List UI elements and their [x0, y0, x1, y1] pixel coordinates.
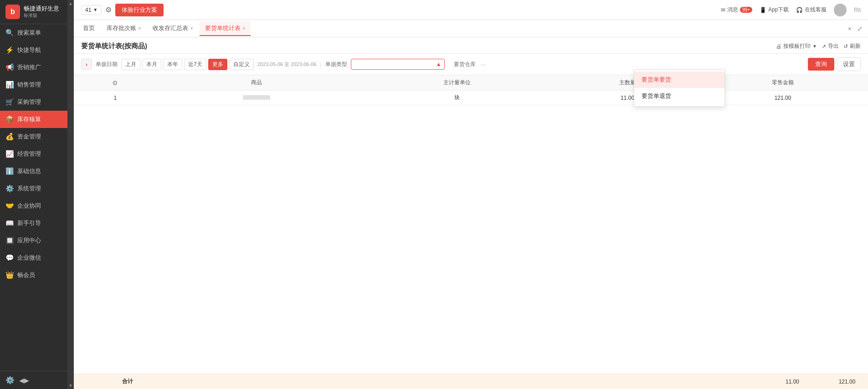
date-last-month-btn[interactable]: 上月: [121, 59, 140, 70]
tabs-bar: 首页 库存批次账 × 收发存汇总表 × 要货单统计表 × × ⤢: [74, 20, 868, 37]
sidebar-item-label: 系统管理: [17, 184, 41, 193]
inventory-icon: 📦: [5, 115, 14, 123]
scroll-up-arrow[interactable]: ▲: [68, 1, 73, 6]
tab-label: 库存批次账: [107, 24, 136, 32]
sales-icon: 📊: [5, 81, 14, 89]
message-button[interactable]: ✉ 消息 99+: [721, 6, 752, 14]
refresh-button[interactable]: ↺ 刷新: [843, 42, 861, 50]
user-avatar[interactable]: [834, 4, 847, 16]
date-this-year-btn[interactable]: 本年: [163, 59, 182, 70]
app-download-button[interactable]: 📱 App下载: [760, 6, 789, 14]
sidebar-item-finance[interactable]: 💰 资金管理: [0, 128, 67, 145]
row-unit: 块: [357, 91, 557, 105]
sidebar-item-system[interactable]: ⚙️ 系统管理: [0, 180, 67, 197]
sidebar-item-corp[interactable]: 🤝 企业协同: [0, 197, 67, 215]
row-index: 1: [74, 91, 156, 105]
chevron-down-icon: ▼: [93, 7, 98, 12]
export-button[interactable]: ↗ 导出: [822, 42, 839, 50]
tab-inventory-batch[interactable]: 库存批次账 ×: [101, 21, 146, 36]
topbar-right: ✉ 消息 99+ 📱 App下载 🎧 在线客服 Rit: [721, 4, 861, 16]
scroll-down-arrow[interactable]: ▼: [68, 383, 73, 388]
date-more-btn[interactable]: 更多: [208, 59, 227, 70]
sidebar-item-search[interactable]: 🔍 搜索菜单: [0, 24, 67, 41]
sidebar-item-guide[interactable]: 📖 新手引导: [0, 215, 67, 232]
sidebar-item-sales[interactable]: 📊 销售管理: [0, 76, 67, 93]
dropdown-item-order-return[interactable]: 要货单退货: [634, 88, 724, 104]
dropdown-item-label: 要货单要货: [642, 76, 671, 83]
date-this-month-btn[interactable]: 本月: [142, 59, 161, 70]
type-label: 单据类型: [325, 61, 347, 68]
online-service-button[interactable]: 🎧 在线客服: [796, 6, 827, 14]
type-filter-input[interactable]: [351, 59, 433, 69]
info-icon: ℹ️: [5, 167, 14, 175]
main-area: 41 ▼ ⚙ 体验行业方案 ✉ 消息 99+ 📱 App下载 🎧 在线客服 Ri…: [74, 0, 868, 389]
sidebar-item-purchase[interactable]: 🛒 采购管理: [0, 93, 67, 111]
date-filter-group: 上月 本月 本年 近7天 更多 自定义: [121, 59, 254, 70]
settings-footer-icon[interactable]: ⚙️: [5, 376, 15, 384]
sidebar-item-label: 营销推广: [17, 63, 41, 72]
sidebar-item-info[interactable]: ℹ️ 基础信息: [0, 163, 67, 180]
tab-close-icon[interactable]: ×: [190, 26, 193, 31]
sidebar-item-management[interactable]: 📈 经营管理: [0, 145, 67, 163]
trial-button[interactable]: 体验行业方案: [115, 4, 164, 16]
tabs-close-all-button[interactable]: ×: [846, 23, 853, 34]
dropdown-item-label: 要货单退货: [642, 92, 671, 99]
sidebar-item-inventory[interactable]: 📦 库存核算: [0, 111, 67, 128]
print-icon: 🖨: [776, 43, 781, 50]
wechat-icon: 💬: [5, 254, 14, 262]
sidebar-item-marketing[interactable]: 📢 营销推广: [0, 59, 67, 76]
tab-label: 收发存汇总表: [153, 24, 188, 32]
sidebar-scrollbar[interactable]: ▲ ▼: [67, 0, 74, 389]
management-icon: 📈: [5, 150, 14, 158]
tab-label: 首页: [83, 24, 95, 32]
system-icon: ⚙️: [5, 184, 14, 193]
sidebar-item-wechat[interactable]: 💬 企业微信: [0, 249, 67, 266]
type-dropdown-menu: 要货单要货 要货单退货: [634, 69, 725, 107]
query-button[interactable]: 查询: [808, 58, 834, 71]
th-product: 商品: [156, 75, 357, 91]
print-button[interactable]: 🖨 按模板打印 ▼: [776, 42, 817, 50]
date-range-text: 2023-05-06 至 2023-06-06: [257, 61, 317, 68]
date-custom-btn[interactable]: 自定义: [229, 59, 254, 70]
branch-name: 41: [85, 7, 91, 13]
tab-order-stats[interactable]: 要货单统计表 ×: [200, 21, 251, 36]
topbar-settings-icon[interactable]: ⚙: [105, 5, 112, 14]
warehouse-dots[interactable]: ···: [481, 61, 486, 68]
sidebar-item-label: 销售管理: [17, 81, 41, 89]
collapse-icon[interactable]: ◀▶: [19, 377, 29, 384]
apps-icon: 🔲: [5, 236, 14, 245]
refresh-icon: ↺: [843, 43, 848, 50]
dropdown-item-order-delivery[interactable]: 要货单要货: [634, 72, 724, 88]
type-filter-arrow[interactable]: ▲: [433, 61, 444, 67]
set-button[interactable]: 设置: [837, 57, 861, 71]
sidebar-item-label: 应用中心: [17, 236, 41, 245]
table-row: 1 块 11.00 121.00: [74, 91, 868, 105]
sidebar-item-label: 畅会员: [17, 271, 35, 279]
sidebar-item-quicknav[interactable]: ⚡ 快捷导航: [0, 41, 67, 59]
page-header: 要货单统计表(按商品) 🖨 按模板打印 ▼ ↗ 导出 ↺ 刷新: [74, 37, 868, 54]
tab-receive-summary[interactable]: 收发存汇总表 ×: [147, 21, 198, 36]
tab-close-icon[interactable]: ×: [138, 26, 141, 31]
filter-expand-button[interactable]: ›: [81, 59, 92, 70]
sidebar-item-label: 新手引导: [17, 219, 41, 227]
sidebar-nav: 🔍 搜索菜单 ⚡ 快捷导航 📢 营销推广 📊 销售管理 🛒 采购管理 📦 库存核…: [0, 24, 67, 371]
sidebar-item-label: 企业协同: [17, 202, 41, 210]
tab-home[interactable]: 首页: [77, 21, 100, 36]
th-settings[interactable]: ⚙: [74, 75, 156, 91]
sidebar-item-apps[interactable]: 🔲 应用中心: [0, 232, 67, 249]
logo-text: 畅捷通好生意 标准版: [24, 5, 59, 19]
sidebar-item-vip[interactable]: 👑 畅会员: [0, 266, 67, 284]
date-label: 单据日期: [96, 61, 118, 68]
branch-selector[interactable]: 41 ▼: [81, 5, 102, 15]
tabs-expand-button[interactable]: ⤢: [855, 23, 864, 34]
sidebar-item-label: 资金管理: [17, 133, 41, 141]
settings-icon[interactable]: ⚙: [112, 79, 118, 87]
chevron-down-icon: ▼: [812, 44, 817, 49]
date-7days-btn[interactable]: 近7天: [184, 59, 206, 70]
page-actions: 🖨 按模板打印 ▼ ↗ 导出 ↺ 刷新: [776, 42, 861, 50]
filter-actions: 查询 设置: [808, 57, 861, 71]
message-badge: 99+: [740, 7, 752, 13]
sidebar-footer: ⚙️ ◀▶: [0, 371, 67, 389]
total-amount: 121.00: [833, 379, 861, 385]
tab-close-icon[interactable]: ×: [242, 26, 245, 31]
